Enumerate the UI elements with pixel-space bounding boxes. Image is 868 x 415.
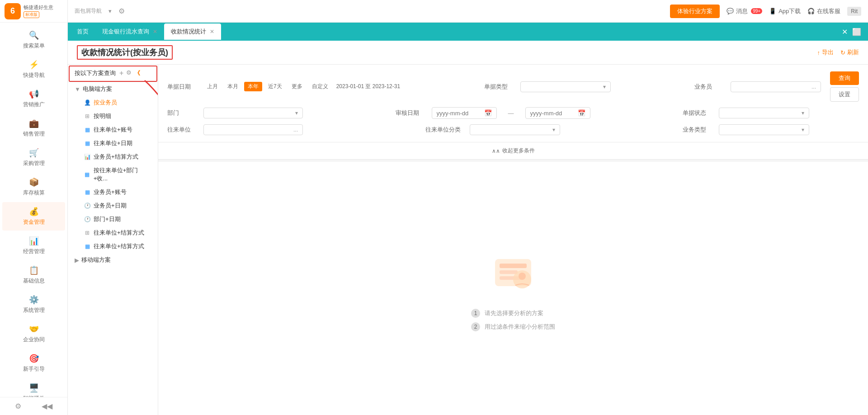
- sidebar: 6 畅捷通好生意 标准版 🔍 搜索菜单 ⚡ 快捷导航 📢 营销推广 💼 销售管理: [0, 0, 68, 415]
- doc-type-arrow: ▾: [603, 84, 606, 90]
- logo-area: 6 畅捷通好生意 标准版: [0, 0, 67, 23]
- review-date-end[interactable]: 📅: [525, 107, 590, 119]
- export-button[interactable]: ↑ 导出: [817, 48, 834, 57]
- sidebar-item-newuser[interactable]: 🎯 新手引导: [2, 349, 65, 377]
- sidebar-item-marketing[interactable]: 📢 营销推广: [2, 85, 65, 113]
- tab-home[interactable]: 首页: [70, 24, 95, 40]
- date-tab-custom[interactable]: 自定义: [308, 82, 332, 91]
- tab-bank-query[interactable]: 现金银行流水查询 ✕: [95, 24, 164, 40]
- tree-leaf-sales-account[interactable]: ▦ 业务员+账号: [72, 185, 158, 199]
- scheme-settings-btn[interactable]: ⚙: [126, 69, 132, 77]
- counterparty-cat-select[interactable]: ▾: [470, 124, 560, 135]
- close-window-btn[interactable]: ✕: [842, 28, 848, 36]
- avatar-text: Rit: [847, 7, 861, 16]
- tree-leaf-unit-settle2[interactable]: ▦ 往来单位+结算方式: [72, 240, 158, 253]
- leaf-label: 业务员+日期: [94, 202, 127, 210]
- date-tab-last-month[interactable]: 上月: [203, 82, 222, 91]
- sidebar-item-quicknav[interactable]: ⚡ 快捷导航: [2, 55, 65, 84]
- review-date-end-input[interactable]: [530, 110, 576, 117]
- notification-item[interactable]: 💬 消息 99+: [726, 7, 762, 15]
- doc-status-select[interactable]: ▾: [719, 108, 809, 118]
- date-range-display: 2023-01-01 至 2023-12-31: [336, 83, 400, 90]
- panel-collapse-btn[interactable]: 《: [134, 69, 140, 77]
- empty-step-1: 1 请先选择要分析的方案: [471, 309, 555, 318]
- empty-state: 1 请先选择要分析的方案 2 用过滤条件来缩小分析范围: [158, 162, 868, 415]
- biz-type-arrow: ▾: [802, 127, 804, 133]
- grid-icon: ⊞: [84, 229, 91, 236]
- app-download-item[interactable]: 📱 App下载: [769, 7, 801, 15]
- footer-collapse-btn[interactable]: ◀◀: [42, 402, 52, 410]
- empty-illustration: [486, 245, 540, 300]
- search-icon: 🔍: [29, 30, 39, 40]
- sidebar-item-sales[interactable]: 💼 销售管理: [2, 114, 65, 142]
- trial-button[interactable]: 体验行业方案: [670, 5, 720, 18]
- footer-settings-btn[interactable]: ⚙: [15, 402, 21, 410]
- counterparty-select[interactable]: ...: [203, 124, 303, 135]
- sidebar-item-finance[interactable]: 💰 资金管理: [2, 202, 65, 231]
- calendar-icon2: 📅: [578, 109, 585, 117]
- tab-receipt-stats[interactable]: 收款情况统计 ✕: [164, 24, 221, 40]
- leaf-label: 往来单位+结算方式: [94, 229, 144, 237]
- tree-leaf-by-salesperson[interactable]: 👤 按业务员: [72, 96, 158, 109]
- doc-status-arrow: ▾: [802, 110, 804, 116]
- review-date-start-input[interactable]: [437, 110, 482, 117]
- notification-icon: 💬: [726, 8, 734, 14]
- svg-point-6: [519, 273, 526, 280]
- tree-leaf-unit-account[interactable]: ▦ 往来单位+账号: [72, 123, 158, 137]
- sidebar-item-hardware[interactable]: 🖥️ 智能硬件: [2, 378, 65, 397]
- collapse-more-bar[interactable]: ∧∧ 收起更多条件: [158, 142, 868, 160]
- table-icon3: ▦: [84, 171, 91, 178]
- tab-bank-close[interactable]: ✕: [153, 28, 157, 35]
- maximize-btn[interactable]: ⬜: [852, 28, 861, 36]
- sidebar-item-operation[interactable]: 📊 经营管理: [2, 231, 65, 260]
- biz-type-select[interactable]: ▾: [719, 124, 809, 135]
- empty-steps: 1 请先选择要分析的方案 2 用过滤条件来缩小分析范围: [471, 309, 555, 331]
- leaf-label: 业务员+结算方式: [94, 153, 138, 161]
- panel-header-icons: + ⚙ 《: [119, 69, 140, 77]
- tree-leaf-unit-dept-collect[interactable]: ▦ 按往来单位+部门+收...: [72, 164, 158, 185]
- refresh-button[interactable]: ↻ 刷新: [840, 48, 859, 57]
- sidebar-item-search[interactable]: 🔍 搜索菜单: [2, 26, 65, 54]
- filter-row-counterparty: 往来单位 ... 往来单位分类 ▾: [167, 124, 859, 135]
- tree-leaf-dept-date[interactable]: 🕐 部门+日期: [72, 212, 158, 226]
- tree-leaf-sales-date[interactable]: 🕐 业务员+日期: [72, 199, 158, 212]
- sidebar-item-collab[interactable]: 🤝 企业协同: [2, 320, 65, 348]
- user-avatar[interactable]: Rit: [847, 7, 861, 16]
- query-button[interactable]: 查询: [830, 71, 859, 85]
- dept-label: 部门: [167, 109, 194, 117]
- sidebar-item-basic-info[interactable]: 📋 基础信息: [2, 261, 65, 289]
- dept-select[interactable]: ▾: [203, 108, 303, 118]
- date-tab-this-month[interactable]: 本月: [224, 82, 242, 91]
- add-scheme-btn[interactable]: +: [119, 69, 123, 77]
- leaf-label: 往来单位+账号: [94, 126, 132, 134]
- date-tab-more[interactable]: 更多: [288, 82, 306, 91]
- sidebar-item-label: 库存核算: [23, 189, 45, 197]
- topbar-dropdown-icon[interactable]: ▾: [108, 8, 112, 14]
- counterparty-more-btn[interactable]: ...: [293, 127, 298, 133]
- date-tab-7days[interactable]: 近7天: [264, 82, 286, 91]
- date-tab-this-year[interactable]: 本年: [244, 82, 262, 91]
- salesperson-select[interactable]: ...: [731, 81, 821, 92]
- tab-receipt-close[interactable]: ✕: [210, 28, 214, 35]
- online-service-item[interactable]: 🎧 在线客服: [807, 7, 840, 15]
- counterparty-label: 往来单位: [167, 126, 194, 134]
- sidebar-footer: ⚙ ◀◀: [0, 397, 67, 415]
- tree-leaf-unit-settle1[interactable]: ⊞ 往来单位+结算方式: [72, 226, 158, 240]
- logo-icon: 6: [5, 3, 21, 19]
- doc-type-select[interactable]: ▾: [520, 81, 611, 92]
- date-label: 单据日期: [167, 83, 194, 91]
- sidebar-item-system[interactable]: ⚙️ 系统管理: [2, 290, 65, 319]
- sidebar-item-purchase[interactable]: 🛒 采购管理: [2, 143, 65, 172]
- review-date-start[interactable]: 📅: [432, 107, 497, 119]
- tree-leaf-unit-date[interactable]: ▦ 往来单位+日期: [72, 137, 158, 150]
- topbar-settings-icon[interactable]: ⚙: [118, 7, 125, 15]
- tree-pc-toggle[interactable]: ▼ 电脑端方案: [68, 82, 158, 96]
- counterparty-cat-arrow: ▾: [552, 127, 555, 133]
- tree-mobile-toggle[interactable]: ▶ 移动端方案: [68, 253, 158, 267]
- sidebar-item-inventory[interactable]: 📦 库存核算: [2, 173, 65, 201]
- tree-leaf-detail[interactable]: ⊞ 按明细: [72, 109, 158, 123]
- settings-button[interactable]: 设置: [830, 87, 859, 102]
- tree-leaf-sales-settle[interactable]: 📊 业务员+结算方式: [72, 150, 158, 164]
- operation-icon: 📊: [29, 236, 39, 246]
- notification-label: 消息: [736, 7, 748, 15]
